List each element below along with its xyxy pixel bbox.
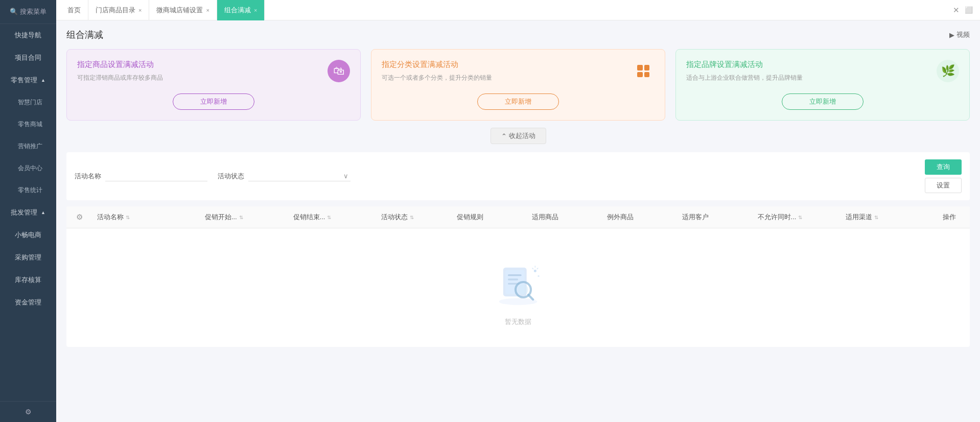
tab-bar-actions: ✕ ⬜ [953, 6, 976, 15]
card-desc-category-card: 可选一个或者多个分类，提升分类的销量 [382, 74, 655, 86]
tab-store-catalog[interactable]: 门店商品目录× [88, 0, 149, 20]
th-label-goods: 适用商品 [532, 213, 558, 222]
th-name[interactable]: 活动名称⇅ [92, 206, 200, 228]
tab-combo-discount[interactable]: 组合满减× [217, 0, 265, 20]
video-link[interactable]: ▶ 视频 [949, 30, 970, 39]
card-icon-category-card [632, 60, 655, 82]
collapse-button[interactable]: ⌃ 收起活动 [491, 128, 546, 144]
page-title: 组合满减 [66, 29, 103, 41]
filter-name-label: 活动名称 [75, 172, 101, 181]
th-label-start: 促销开始... [205, 213, 237, 222]
sort-icon-end: ⇅ [327, 215, 331, 220]
th-label-rule: 促销规则 [457, 213, 483, 222]
sidebar-item-retail-mgmt[interactable]: 零售管理▲ [0, 69, 56, 91]
svg-point-9 [534, 270, 536, 272]
category-card: 指定分类设置满减活动可选一个或者多个分类，提升分类的销量立即新增 [371, 49, 665, 121]
brand-card: 指定品牌设置满减活动适合与上游企业联合做营销，提升品牌销量🌿立即新增 [675, 49, 970, 121]
tab-wechat-shop[interactable]: 微商城店铺设置× [149, 0, 217, 20]
tab-label-wechat-shop: 微商城店铺设置 [156, 6, 203, 15]
play-icon: ▶ [949, 31, 954, 39]
th-status[interactable]: 活动状态⇅ [376, 206, 451, 228]
empty-state: 暂无数据 [66, 228, 970, 347]
filter-status-label: 活动状态 [218, 172, 244, 181]
th-label-status: 活动状态 [381, 213, 408, 222]
tab-label-combo-discount: 组合满减 [224, 6, 251, 15]
collapse-bar: ⌃ 收起活动 [66, 128, 970, 144]
filter-row: 活动名称 活动状态 ∨ 查询 设置 [66, 152, 970, 200]
th-goods: 适用商品 [527, 206, 602, 228]
page-content: 组合满减 ▶ 视频 指定商品设置满减活动可指定滞销商品或库存较多商品🛍立即新增指… [56, 20, 980, 422]
page-header: 组合满减 ▶ 视频 [66, 29, 970, 41]
th-notsame[interactable]: 不允许同时...⇅ [753, 206, 841, 228]
sidebar-item-xiaochang[interactable]: 小畅电商 [0, 224, 56, 246]
th-label-end: 促销结束... [293, 213, 325, 222]
main-area: 首页门店商品目录×微商城店铺设置×组合满减× ✕ ⬜ 组合满减 ▶ 视频 指定商… [56, 0, 980, 422]
sidebar-item-quick-nav[interactable]: 快捷导航 [0, 24, 56, 46]
sidebar-search[interactable]: 🔍 搜索菜单 [0, 0, 56, 24]
th-label-channel: 适用渠道 [846, 213, 872, 222]
card-desc-product-card: 可指定滞销商品或库存较多商品 [77, 74, 350, 86]
tab-close-icon[interactable]: × [138, 7, 142, 13]
maximize-window-icon[interactable]: ⬜ [965, 6, 973, 14]
close-window-icon[interactable]: ✕ [953, 6, 960, 15]
filter-status-select[interactable]: ∨ [248, 171, 351, 181]
th-rule: 促销规则 [452, 206, 527, 228]
empty-text: 暂无数据 [505, 317, 531, 326]
svg-rect-4 [508, 278, 518, 280]
sort-icon-name: ⇅ [126, 215, 130, 220]
expand-arrow-icon: ▲ [41, 210, 45, 215]
sidebar-item-member-center[interactable]: 会员中心 [0, 157, 56, 179]
th-channel[interactable]: 适用渠道⇅ [841, 206, 929, 228]
card-btn-category-card[interactable]: 立即新增 [477, 93, 559, 110]
sidebar-item-purchase-mgmt[interactable]: 采购管理 [0, 246, 56, 269]
th-action: 操作 [929, 206, 970, 228]
tab-close-icon[interactable]: × [206, 7, 209, 13]
sort-icon-notsame: ⇅ [798, 215, 802, 220]
card-title-brand-card: 指定品牌设置满减活动 [686, 60, 959, 69]
card-icon-brand-card: 🌿 [937, 60, 959, 82]
sidebar-item-wholesale-mgmt[interactable]: 批发管理▲ [0, 201, 56, 224]
filter-actions: 查询 设置 [925, 159, 962, 193]
sidebar-item-retail-stats[interactable]: 零售统计 [0, 179, 56, 201]
sidebar-item-inventory[interactable]: 库存核算 [0, 269, 56, 291]
th-label-except: 例外商品 [607, 213, 634, 222]
tab-bar: 首页门店商品目录×微商城店铺设置×组合满减× ✕ ⬜ [56, 0, 980, 20]
th-label-name: 活动名称 [97, 213, 124, 222]
card-btn-brand-card[interactable]: 立即新增 [782, 93, 864, 110]
tab-close-icon[interactable]: × [254, 7, 257, 13]
collapse-label: 收起活动 [509, 131, 535, 140]
card-btn-product-card[interactable]: 立即新增 [173, 93, 254, 110]
filter-status-item: 活动状态 ∨ [218, 171, 351, 181]
sidebar-item-finance-mgmt[interactable]: 资金管理 [0, 291, 56, 314]
sidebar-item-smart-store[interactable]: 智慧门店 [0, 91, 56, 113]
sidebar-item-marketing[interactable]: 营销推广 [0, 135, 56, 157]
sidebar-item-retail-mall[interactable]: 零售商城 [0, 113, 56, 135]
gear-icon: ⚙ [25, 408, 32, 416]
filter-name-item: 活动名称 [75, 171, 207, 181]
expand-arrow-icon: ▲ [41, 78, 45, 83]
chevron-down-icon: ∨ [343, 172, 348, 180]
svg-point-7 [518, 285, 528, 295]
card-title-product-card: 指定商品设置满减活动 [77, 60, 350, 69]
tab-label-store-catalog: 门店商品目录 [96, 6, 135, 15]
th-gear: ⚙ [66, 206, 92, 228]
filter-name-input[interactable] [105, 171, 207, 181]
video-label: 视频 [956, 30, 970, 39]
th-start[interactable]: 促销开始...⇅ [200, 206, 288, 228]
card-icon-product-card: 🛍 [328, 60, 350, 82]
query-button[interactable]: 查询 [925, 159, 962, 175]
sidebar: 🔍 搜索菜单 快捷导航项目合同零售管理▲智慧门店零售商城营销推广会员中心零售统计… [0, 0, 56, 422]
svg-rect-3 [508, 274, 522, 276]
sidebar-item-project-contract[interactable]: 项目合同 [0, 46, 56, 69]
sidebar-settings[interactable]: ⚙ [0, 401, 56, 422]
th-label-notsame: 不允许同时... [758, 213, 797, 222]
settings-button[interactable]: 设置 [925, 178, 962, 193]
sort-icon-status: ⇅ [410, 215, 414, 220]
settings-icon[interactable]: ⚙ [76, 213, 83, 222]
tab-home[interactable]: 首页 [60, 0, 88, 20]
table-container: ⚙活动名称⇅促销开始...⇅促销结束...⇅活动状态⇅促销规则适用商品例外商品适… [66, 206, 970, 347]
th-end[interactable]: 促销结束...⇅ [288, 206, 377, 228]
sidebar-search-label: 搜索菜单 [20, 8, 46, 15]
collapse-icon: ⌃ [501, 132, 507, 140]
th-except: 例外商品 [602, 206, 677, 228]
